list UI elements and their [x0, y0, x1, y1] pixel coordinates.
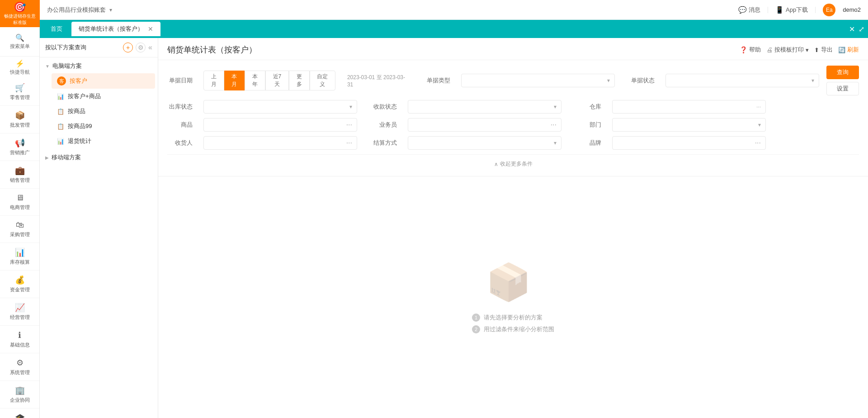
ops-icon: 📈 — [15, 303, 25, 313]
add-icon: + — [126, 44, 130, 51]
sidebar-item-purchase[interactable]: 🛍 采购管理 — [0, 216, 39, 243]
tab-stats-label: 销货单统计表（按客户） — [79, 25, 143, 33]
collapse-icon: « — [148, 43, 152, 51]
settle-label: 结算方式 — [372, 139, 397, 147]
sidebar-item-sales[interactable]: 💼 销售管理 — [0, 161, 39, 189]
nav-label: 快捷导航 — [10, 69, 30, 76]
sidebar-label-basic: 基础信息 — [10, 342, 30, 348]
out-status-label: 出库状态 — [167, 103, 193, 111]
main-area: 办公用品行业模拟账套 ▾ 💬 消息 📱 App下载 Ea demo2 首页 — [40, 0, 868, 418]
marketing-icon: 📢 — [15, 138, 25, 148]
plan-item-label-return: 退货统计 — [68, 137, 91, 145]
tab-bar: 首页 销货单统计表（按客户） ✕ ✕ ⤢ — [40, 20, 868, 38]
enterprise-icon: 🏢 — [15, 385, 25, 395]
sidebar-item-system[interactable]: ⚙ 系统管理 — [0, 353, 39, 381]
tab-window-close-icon[interactable]: ✕ — [849, 25, 855, 33]
sidebar-item-basic[interactable]: ℹ 基础信息 — [0, 326, 39, 353]
tab-window-expand-icon[interactable]: ⤢ — [859, 25, 864, 33]
collapse-filter-btn[interactable]: ∧ 收起更多条件 — [491, 157, 535, 171]
divider — [768, 7, 768, 13]
finance-icon: 💰 — [15, 275, 25, 285]
sidebar-item-marketing[interactable]: 📢 营销推广 — [0, 133, 39, 161]
tab-bar-right: ✕ ⤢ — [849, 25, 864, 33]
download-icon: 📱 — [775, 6, 784, 14]
plan-item-label-product99: 按商品99 — [68, 122, 92, 130]
pay-status-label: 收款状态 — [372, 103, 397, 111]
system-icon: ⚙ — [16, 358, 24, 368]
avatar-text: Ea — [826, 7, 833, 13]
header-dropdown-icon[interactable]: ▾ — [109, 7, 112, 13]
dept-select[interactable]: ▾ — [612, 118, 766, 132]
quick-nav-btn[interactable]: ⚡ 快捷导航 — [7, 57, 33, 78]
mobile-group-header[interactable]: ▶ 移动端方案 — [40, 151, 158, 164]
tab-close-icon[interactable]: ✕ — [148, 25, 153, 33]
dept-arrow: ▾ — [758, 122, 761, 128]
sidebar-item-newbie[interactable]: 🎓 新手引导 — [0, 408, 39, 418]
date-btn-more[interactable]: 更多 — [289, 71, 310, 90]
filter-row-3: 商品 ··· 业务员 ··· 部门 ▾ — [167, 118, 859, 132]
ecommerce-icon: 🖥 — [16, 193, 24, 203]
out-status-select[interactable]: ▾ — [203, 100, 357, 114]
export-icon: ⬆ — [814, 47, 819, 53]
header-page-selector-label: 办公用品行业模拟账套 — [47, 6, 106, 14]
receiver-dots: ··· — [346, 139, 352, 147]
query-button[interactable]: 查询 — [826, 66, 859, 79]
collapse-filter-label: 收起更多条件 — [500, 160, 533, 168]
search-menu-btn[interactable]: 🔍 搜索菜单 — [7, 31, 33, 52]
doc-type-select[interactable]: ▾ — [461, 74, 615, 87]
sidebar-item-retail[interactable]: 🛒 零售管理 — [0, 78, 39, 106]
newbie-icon: 🎓 — [15, 413, 25, 418]
message-label: 消息 — [749, 6, 760, 14]
add-plan-btn[interactable]: + — [123, 43, 133, 52]
tab-home-label: 首页 — [51, 25, 62, 33]
settings-button[interactable]: 设置 — [826, 82, 859, 95]
pay-status-select[interactable]: ▾ — [408, 100, 561, 114]
message-btn[interactable]: 💬 消息 — [738, 6, 760, 14]
hint-num-2: 2 — [472, 325, 480, 333]
date-btn-this-month[interactable]: 本月 — [224, 71, 245, 90]
doc-status-select[interactable]: ▾ — [665, 74, 819, 87]
sidebar-item-inventory[interactable]: 📊 库存核算 — [0, 243, 39, 271]
date-btn-custom[interactable]: 自定义 — [310, 71, 335, 90]
sidebar-item-wholesale[interactable]: 📦 批发管理 — [0, 106, 39, 133]
app-download-btn[interactable]: 📱 App下载 — [775, 6, 808, 14]
plan-item-return-stats[interactable]: 📊 退货统计 — [52, 134, 155, 148]
brand-input[interactable]: ··· — [612, 136, 766, 150]
sidebar-item-finance[interactable]: 💰 资金管理 — [0, 271, 39, 298]
doc-status-label: 单据状态 — [629, 76, 655, 85]
date-btn-this-year[interactable]: 本年 — [245, 71, 265, 90]
plan-item-by-customer-product[interactable]: 📊 按客户+商品 — [52, 89, 155, 104]
hint-text-2: 用过滤条件来缩小分析范围 — [484, 325, 554, 333]
salesperson-input[interactable]: ··· — [408, 118, 561, 132]
product-input[interactable]: ··· — [203, 118, 357, 132]
dept-label: 部门 — [576, 121, 601, 129]
date-btn-last-7[interactable]: 近7天 — [265, 71, 289, 90]
collapse-panel-btn[interactable]: « — [148, 43, 152, 52]
tab-home[interactable]: 首页 — [43, 22, 70, 36]
right-panel: 销货单统计表（按客户） ❓ 帮助 🖨 按模板打印 ▾ ⬆ 导出 — [158, 38, 868, 418]
print-btn[interactable]: 🖨 按模板打印 ▾ — [766, 46, 809, 54]
refresh-btn[interactable]: 🔄 刷新 — [838, 46, 859, 54]
plan-item-by-customer[interactable]: 客 按客户 — [52, 73, 155, 89]
warehouse-select[interactable]: ··· — [612, 100, 766, 114]
refresh-label: 刷新 — [847, 46, 859, 54]
date-btn-last-month[interactable]: 上月 — [203, 71, 224, 90]
plan-item-label-cp: 按客户+商品 — [68, 92, 101, 100]
plan-item-by-product[interactable]: 📋 按商品 — [52, 104, 155, 119]
help-btn[interactable]: ❓ 帮助 — [740, 46, 761, 54]
desktop-group-header[interactable]: ▼ 电脑端方案 — [40, 59, 158, 73]
receiver-label: 收货人 — [167, 139, 193, 147]
sidebar-item-ecommerce[interactable]: 🖥 电商管理 — [0, 189, 39, 216]
app-logo: 🎯 畅捷进销存生意 标准版 — [0, 0, 40, 27]
filter-row-2: 出库状态 ▾ 收款状态 ▾ 仓库 ··· — [167, 100, 859, 114]
tab-stats[interactable]: 销货单统计表（按客户） ✕ — [71, 22, 160, 36]
settle-select[interactable]: ▾ — [408, 136, 561, 150]
receiver-input[interactable]: ··· — [203, 136, 357, 150]
plan-item-by-product-99[interactable]: 📋 按商品99 — [52, 119, 155, 133]
export-btn[interactable]: ⬆ 导出 — [814, 46, 833, 54]
help-icon: ❓ — [740, 46, 747, 53]
sidebar-label-sales: 销售管理 — [10, 177, 30, 184]
settings-plan-btn[interactable]: ⚙ — [136, 43, 146, 52]
sidebar-item-ops[interactable]: 📈 经营管理 — [0, 298, 39, 326]
sidebar-item-enterprise[interactable]: 🏢 企业协同 — [0, 381, 39, 408]
